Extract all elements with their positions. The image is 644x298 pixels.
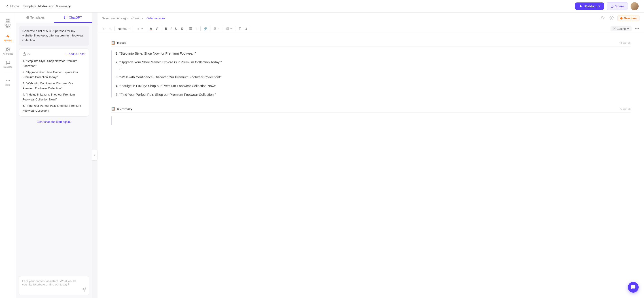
undo-button[interactable]: ↩ [101, 26, 107, 32]
svg-point-11 [9, 80, 10, 81]
svg-rect-31 [226, 28, 228, 30]
summary-word-count: 0 words [620, 107, 630, 110]
sidebar-item-more[interactable]: More [1, 76, 15, 88]
support-button[interactable] [628, 282, 639, 293]
tab-chatgpt-label: ChatGPT [69, 16, 82, 19]
notes-section-icon: 📋 [111, 41, 116, 45]
editor-topbar: Saved seconds ago 48 words Older version… [98, 13, 644, 24]
new-item-label: New Item [624, 17, 636, 20]
more-label: More [5, 84, 10, 86]
publish-button[interactable]: Publish ▾ [575, 3, 604, 10]
insert-image-dropdown[interactable] [212, 27, 222, 31]
toolbar-sep-5 [186, 27, 186, 31]
svg-marker-6 [6, 35, 10, 38]
editing-dropdown[interactable]: Editing [610, 26, 632, 31]
svg-rect-2 [6, 19, 8, 20]
svg-point-8 [7, 49, 8, 49]
clear-chat-link[interactable]: Clear chat and start again? [19, 119, 89, 124]
align-icon [137, 27, 140, 30]
style-dropdown[interactable]: Normal [116, 26, 132, 31]
toolbar-sep-3 [147, 27, 147, 31]
ai-item-5: 5. "Find Your Perfect Pair: Shop our Pre… [22, 103, 86, 113]
chat-input[interactable] [19, 276, 89, 294]
image-icon [6, 47, 10, 52]
send-icon [82, 287, 86, 292]
bold-button[interactable]: B [163, 26, 168, 32]
notes-title-row: 📋 Notes [111, 41, 126, 45]
ai-item-4: 4. "Indulge in Luxury: Shop our Premium … [22, 92, 86, 102]
align-chevron-icon [141, 27, 144, 30]
bullet-list-button[interactable]: ☰ [188, 26, 194, 32]
sidebar-item-ai-images[interactable]: AI Images [1, 45, 15, 57]
svg-rect-15 [26, 18, 27, 19]
publish-icon [579, 5, 583, 8]
collapse-panel-button[interactable] [92, 150, 98, 161]
summary-title-row: 📋 Summary [111, 107, 132, 111]
more-options-button[interactable]: ••• [634, 26, 640, 32]
add-editor-icon [64, 52, 68, 56]
sidebar-item-message[interactable]: Message [1, 58, 15, 71]
send-button[interactable] [82, 287, 86, 292]
add-to-editor-button[interactable]: Add to Editor [64, 52, 86, 56]
panel-tabs: Templates ChatGPT [16, 13, 92, 23]
avatar[interactable] [630, 2, 639, 10]
home-link[interactable]: Home [5, 4, 19, 8]
chevron-left-collapse-icon [94, 154, 96, 157]
notes-item-1: "Step into Style: Shop Now for Premium F… [120, 50, 630, 56]
notes-item-5: "Find Your Perfect Pair: Shop our Premiu… [120, 92, 630, 98]
toolbar-sep-9 [236, 27, 236, 31]
template-name: Notes and Summary [38, 4, 71, 8]
sidebar-item-brief-seo[interactable]: Brief + SEO [1, 16, 15, 31]
notes-left-bar [111, 50, 112, 98]
align-dropdown[interactable] [136, 27, 145, 31]
saved-label: Saved seconds ago [102, 17, 128, 20]
icon-sidebar: Brief + SEO AI Writer AI Images Message … [0, 13, 16, 298]
tab-templates[interactable]: Templates [16, 13, 54, 23]
word-count-label: 48 words [131, 17, 143, 20]
svg-point-30 [214, 28, 215, 29]
redo-button[interactable]: ↪ [107, 26, 113, 32]
svg-rect-3 [8, 19, 10, 20]
underline-button[interactable]: U [174, 26, 179, 32]
italic-button[interactable]: I [169, 26, 173, 32]
highlight-button[interactable]: 🖊 [154, 26, 160, 32]
image-insert-icon [214, 27, 216, 30]
ai-response-header: AI Add to Editor [22, 52, 86, 56]
sidebar-item-ai-writer[interactable]: AI Writer [1, 32, 15, 44]
editor-area: Saved seconds ago 48 words Older version… [98, 13, 644, 298]
image-insert-chevron-icon [217, 27, 220, 30]
pencil-icon [613, 27, 616, 30]
table-icon [226, 27, 229, 30]
sidebar-divider [4, 73, 12, 73]
new-item-dot [620, 17, 622, 20]
special-char-button[interactable]: ⊟ [243, 26, 249, 32]
settings-button[interactable] [608, 15, 615, 22]
text-color-button[interactable]: A [148, 26, 154, 32]
toolbar-sep-1 [114, 27, 115, 31]
strikethrough-button[interactable]: S [179, 26, 184, 32]
toolbar-sep-10 [250, 27, 250, 31]
top-bar: Home Template: Notes and Summary Publish… [0, 0, 644, 13]
ordered-list-button[interactable]: ≡ [194, 26, 199, 32]
notes-word-count: 48 words [619, 41, 630, 44]
clear-format-button[interactable]: T̶ [237, 26, 242, 32]
ai-response-block: AI Add to Editor 1. "Step into Style: Sh… [19, 48, 89, 117]
chat-input-wrap [19, 276, 89, 295]
link-button[interactable]: 🔗 [202, 26, 209, 32]
add-person-button[interactable] [600, 15, 606, 22]
summary-section-header: 📋 Summary 0 words [111, 105, 630, 113]
panel-content: Generate a list of 5 CTA phrases for my … [16, 23, 92, 276]
brief-seo-label: Brief + SEO [3, 24, 14, 29]
new-item-badge[interactable]: New Item [618, 15, 640, 21]
older-versions-link[interactable]: Older versions [146, 17, 165, 20]
tab-chatgpt[interactable]: ChatGPT [54, 13, 92, 23]
settings-icon [609, 16, 614, 20]
svg-rect-12 [26, 16, 27, 17]
table-dropdown[interactable] [224, 27, 234, 31]
template-label: Template: Notes and Summary [23, 4, 71, 8]
style-dropdown-icon [128, 27, 131, 30]
top-bar-left: Home Template: Notes and Summary [5, 4, 71, 8]
dots-icon [6, 78, 10, 83]
table-chevron-icon [230, 27, 232, 30]
share-button[interactable]: Share [607, 2, 628, 10]
